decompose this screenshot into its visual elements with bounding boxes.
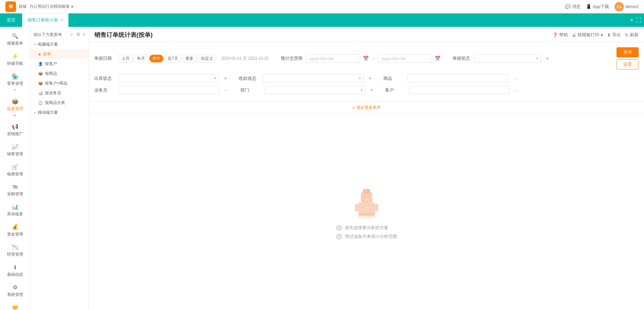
sidebar-item-sales[interactable]: 📈 销售管理 xyxy=(0,140,30,160)
app-download-button[interactable]: 📱 App下载 xyxy=(586,4,609,10)
date-btn-last-month[interactable]: 上月 xyxy=(118,55,132,62)
goods-ellipsis-button[interactable]: ··· xyxy=(514,76,518,81)
sidebar-item-label: 库存核算 xyxy=(7,211,23,217)
inventory-icon: 📊 xyxy=(12,204,18,210)
quicknav-icon: ⚡ xyxy=(12,53,18,59)
collapse-panel-button[interactable]: « xyxy=(83,32,85,38)
department-select[interactable] xyxy=(265,86,365,94)
tree-parent-mobile[interactable]: ▸ 移动端方案 xyxy=(30,108,89,117)
empty-hint-2: ② 用过滤条件来缩小分析范围 xyxy=(336,234,397,240)
message-button[interactable]: 💬 消息 xyxy=(565,4,581,10)
enterprise-icon: 🤝 xyxy=(12,304,18,310)
date-btn-custom[interactable]: 自定义 xyxy=(198,55,216,62)
customer-input[interactable] xyxy=(409,86,510,94)
content-area: 销售订单统计表(按单) ❓ 帮助 🖨 按模板打印 ▾ ⬇ 导出 ↻ 刷新 xyxy=(89,27,644,310)
by-customer-icon: 👤 xyxy=(38,62,43,66)
content-header: 销售订单统计表(按单) ❓ 帮助 🖨 按模板打印 ▾ ⬇ 导出 ↻ 刷新 xyxy=(89,27,644,42)
topbar-right: 💬 消息 📱 App下载 Ea demo2 xyxy=(565,2,639,11)
goods-label: 商品 xyxy=(383,75,404,82)
tree-mobile-label: 移动端方案 xyxy=(38,110,58,115)
sidebar-item-system[interactable]: ⚙ 系统管理 xyxy=(0,281,30,301)
sidebar-item-ecommerce[interactable]: 🛒 电商管理 xyxy=(0,160,30,180)
setting-button[interactable]: 设置 xyxy=(616,59,639,69)
hint-num-1: ① xyxy=(336,225,342,231)
sidebar-item-purchase[interactable]: 🛍 采购管理 xyxy=(0,180,30,200)
window-close-icon[interactable]: × xyxy=(630,17,633,23)
salesperson-ellipsis-button[interactable]: ··· xyxy=(224,88,228,93)
date-range-text: 2023-01-01 至 2023-12-31 xyxy=(221,56,269,61)
sidebar-item-retail[interactable]: 🏪 零售管理 ▾ xyxy=(0,70,30,95)
filter-area: 单据日期 上月 本月 本年 近7天 更多 自定义 2023-01-01 至 20… xyxy=(89,42,644,102)
sidebar-item-finance[interactable]: 💰 资金管理 xyxy=(0,220,30,241)
sidebar-item-search[interactable]: 🔍 搜索菜单 xyxy=(0,30,30,50)
by-order-icon: ● xyxy=(38,52,41,57)
department-dropdown-icon: ▾ xyxy=(371,88,373,93)
customer-ellipsis-button[interactable]: ··· xyxy=(515,88,519,93)
sidebar-item-marketing[interactable]: 📢 营销推广 xyxy=(0,120,30,140)
sidebar-item-wholesale[interactable]: 📦 批发管理 ▴ xyxy=(0,95,30,120)
print-button[interactable]: 🖨 按模板打印 ▾ xyxy=(572,32,603,38)
date-btn-this-year[interactable]: 本年 xyxy=(149,55,163,62)
refresh-button[interactable]: ↻ 刷新 xyxy=(625,32,639,38)
filter-row-3: 业务员 ··· 部门 ▾ 客户 ··· xyxy=(94,86,639,94)
collapse-bar[interactable]: ∧ 收起更多条件 xyxy=(89,102,644,113)
sidebar-item-operations[interactable]: 📉 经营管理 xyxy=(0,241,30,261)
hint-num-2: ② xyxy=(336,234,342,240)
svg-point-6 xyxy=(364,196,365,197)
app-icon: 📱 xyxy=(586,4,591,9)
tab-close-icon[interactable]: × xyxy=(61,18,63,22)
tree-parent-pc[interactable]: ▾ 电脑端方案 xyxy=(30,40,89,49)
sidebar-item-label: 营销推广 xyxy=(7,131,23,137)
date-buttons: 上月 本月 本年 近7天 更多 自定义 xyxy=(118,55,216,62)
date-btn-this-month[interactable]: 本月 xyxy=(134,55,148,62)
help-button[interactable]: ❓ 帮助 xyxy=(552,32,568,38)
filter-row-1: 单据日期 上月 本月 本年 近7天 更多 自定义 2023-01-01 至 20… xyxy=(94,46,639,71)
sidebar-item-quicknav[interactable]: ⚡ 快捷导航 xyxy=(0,50,30,70)
query-button[interactable]: 查询 xyxy=(616,47,639,57)
window-expand-icon[interactable]: ⛶ xyxy=(636,17,641,23)
add-scheme-button[interactable]: ＋ xyxy=(69,32,74,38)
topbar: 畅 标版 办公用品行业模拟账套 ▾ 💬 消息 📱 App下载 Ea demo2 xyxy=(0,0,644,13)
tree-item-by-order[interactable]: ● 按单 xyxy=(30,49,89,59)
expected-date-end[interactable] xyxy=(378,54,432,63)
sidebar-item-enterprise[interactable]: 🤝 企业协同 xyxy=(0,301,30,310)
status-select[interactable] xyxy=(474,54,541,63)
tab-home[interactable]: 首页 xyxy=(0,13,22,27)
sidebar-item-basic-info[interactable]: ℹ 基础信息 xyxy=(0,261,30,281)
operations-icon: 📉 xyxy=(12,244,18,250)
tree-item-by-customer-goods[interactable]: 📦 按客户+商品 xyxy=(30,79,89,88)
receipt-status-select[interactable] xyxy=(263,74,364,83)
tab-sales-order-stats[interactable]: 销售订单统计表 × xyxy=(22,13,68,27)
status-select-wrapper xyxy=(474,54,541,63)
industry-dropdown[interactable]: 办公用品行业模拟账套 ▾ xyxy=(30,4,73,9)
svg-rect-3 xyxy=(363,189,370,193)
tree-item-label: 按业务员 xyxy=(45,90,61,96)
date-btn-7days[interactable]: 近7天 xyxy=(165,55,181,62)
help-icon: ❓ xyxy=(552,33,558,38)
header-actions: ❓ 帮助 🖨 按模板打印 ▾ ⬇ 导出 ↻ 刷新 xyxy=(552,32,639,38)
tree-item-by-category[interactable]: 📋 按商品分类 xyxy=(30,98,89,108)
left-panel-title: 按以下方案查询 xyxy=(34,32,62,38)
salesperson-input[interactable] xyxy=(118,86,219,94)
receipt-status-label: 收款状态 xyxy=(239,75,259,82)
date-btn-more[interactable]: 更多 xyxy=(182,55,197,62)
tree-item-by-customer[interactable]: 👤 按客户 xyxy=(30,59,89,69)
goods-input[interactable] xyxy=(408,74,508,83)
tree-item-by-salesperson[interactable]: 📊 按业务员 xyxy=(30,88,89,98)
out-status-select[interactable] xyxy=(118,74,219,83)
calendar-icon-start[interactable]: 📅 xyxy=(363,56,369,61)
sidebar-item-label: 批发管理 xyxy=(7,106,23,112)
user-menu[interactable]: Ea demo2 xyxy=(614,2,639,11)
expand-icon: ▾ xyxy=(14,88,16,92)
by-goods-icon: 📦 xyxy=(38,71,43,76)
expected-date-start[interactable] xyxy=(307,54,360,63)
tree-item-by-goods[interactable]: 📦 按商品 xyxy=(30,69,89,79)
sidebar-item-label: 资金管理 xyxy=(7,231,23,237)
settings-scheme-button[interactable]: ⚙ xyxy=(76,32,80,38)
sidebar-item-inventory[interactable]: 📊 库存核算 xyxy=(0,200,30,220)
out-status-select-wrapper xyxy=(118,74,219,83)
export-button[interactable]: ⬇ 导出 xyxy=(607,32,621,38)
expand-icon: ▴ xyxy=(14,113,16,117)
calendar-icon-end[interactable]: 📅 xyxy=(435,56,440,61)
empty-hint-1: ① 请先选择要分析的方案 xyxy=(336,225,397,231)
